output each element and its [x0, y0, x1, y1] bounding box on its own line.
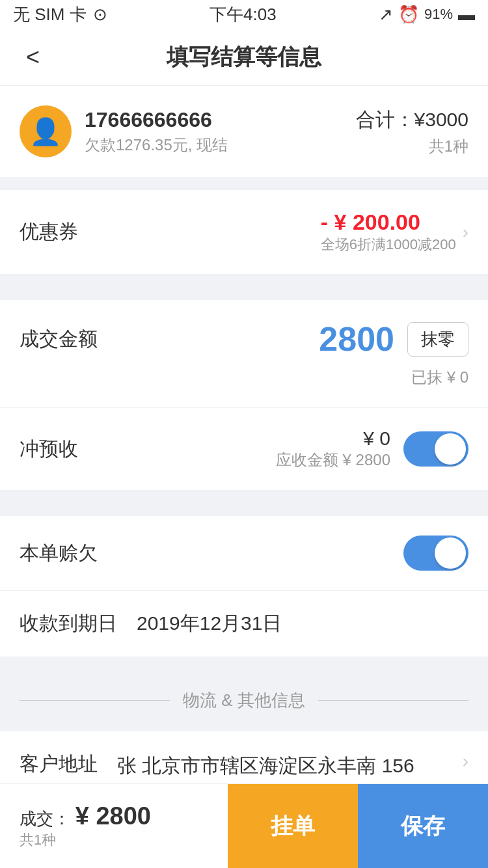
coupon-chevron-icon: › [463, 222, 468, 243]
bottom-deal-label: 成交： [20, 809, 70, 828]
toggle-knob [435, 433, 466, 465]
coupon-info: - ¥ 200.00 全场6折满1000减200 [321, 210, 456, 254]
address-chevron-icon: › [463, 751, 468, 772]
divider-line-left [20, 700, 170, 701]
back-button[interactable]: < [20, 37, 46, 77]
bottom-summary: 成交： ¥ 2800 共1种 [0, 802, 228, 850]
divider-line-right [318, 700, 468, 701]
bottom-deal-amount: ¥ 2800 [75, 802, 151, 830]
status-time: 下午4:03 [210, 3, 277, 26]
deal-right: 2800 抹零 [319, 319, 468, 359]
debit-row: 本单赊欠 [20, 536, 468, 571]
prepay-right: ¥ 0 应收金额 ¥ 2800 [276, 427, 468, 470]
prepay-amount: ¥ 0 [276, 427, 390, 450]
coupon-desc: 全场6折满1000减200 [321, 235, 456, 254]
save-button[interactable]: 保存 [358, 784, 488, 869]
divider-text: 物流 & 其他信息 [183, 689, 305, 712]
hold-button[interactable]: 挂单 [228, 784, 358, 869]
prepay-amount-block: ¥ 0 应收金额 ¥ 2800 [276, 427, 390, 470]
logistics-divider: 物流 & 其他信息 [0, 670, 488, 731]
user-row: 👤 17666666666 欠款1276.35元, 现结 合计：¥3000 共1… [20, 105, 468, 157]
due-date-value: 2019年12月31日 [137, 610, 282, 637]
user-left: 👤 17666666666 欠款1276.35元, 现结 [20, 105, 228, 157]
due-date-label: 收款到期日 [20, 610, 117, 637]
gray-divider-1 [0, 287, 488, 300]
coupon-row[interactable]: 优惠券 - ¥ 200.00 全场6折满1000减200 › [0, 190, 488, 274]
debit-label: 本单赊欠 [20, 540, 98, 567]
bottom-deal-count: 共1种 [20, 830, 208, 850]
bottom-bar: 成交： ¥ 2800 共1种 挂单 保存 [0, 783, 488, 868]
deal-label: 成交金额 [20, 326, 98, 353]
debit-toggle[interactable] [403, 536, 468, 571]
status-right: ↗ ⏰ 91% ▬ [379, 5, 475, 25]
deal-sub-text: 已抹 ¥ 0 [411, 368, 468, 386]
coupon-amount: - ¥ 200.00 [321, 210, 456, 235]
avatar: 👤 [20, 105, 72, 157]
deal-amount-value: 2800 [319, 319, 394, 359]
wifi-icon: ⊙ [93, 5, 107, 25]
deal-sub-row: 已抹 ¥ 0 [20, 366, 468, 388]
prepay-row: 冲预收 ¥ 0 应收金额 ¥ 2800 [20, 427, 468, 470]
coupon-right: - ¥ 200.00 全场6折满1000减200 › [321, 210, 468, 254]
address-label: 客户地址 [20, 751, 98, 778]
deal-amount-section: 成交金额 2800 抹零 已抹 ¥ 0 [0, 300, 488, 407]
location-icon: ↗ [379, 5, 393, 25]
alarm-icon: ⏰ [398, 5, 419, 25]
total-amount: 合计：¥3000 [356, 107, 468, 133]
due-date-section: 收款到期日 2019年12月31日 [0, 590, 488, 657]
user-right: 合计：¥3000 共1种 [356, 107, 468, 157]
round-zero-button[interactable]: 抹零 [407, 322, 468, 357]
due-row: 收款到期日 2019年12月31日 [20, 610, 468, 637]
total-count: 共1种 [356, 136, 468, 157]
user-info: 17666666666 欠款1276.35元, 现结 [85, 108, 228, 156]
battery-text: 91% [424, 6, 453, 23]
page-title: 填写结算等信息 [167, 42, 321, 72]
nav-bar: < 填写结算等信息 [0, 29, 488, 86]
carrier-text: 无 SIM 卡 [13, 3, 87, 26]
deal-row: 成交金额 2800 抹零 [20, 319, 468, 359]
bottom-deal-row: 成交： ¥ 2800 [20, 802, 208, 830]
coupon-label: 优惠券 [20, 219, 78, 245]
content: 👤 17666666666 欠款1276.35元, 现结 合计：¥3000 共1… [0, 86, 488, 868]
prepay-toggle[interactable] [403, 431, 468, 467]
battery-icon: ▬ [458, 5, 475, 25]
gray-divider-2 [0, 490, 488, 503]
user-info-card: 👤 17666666666 欠款1276.35元, 现结 合计：¥3000 共1… [0, 86, 488, 177]
status-left: 无 SIM 卡 ⊙ [13, 3, 107, 26]
user-phone: 17666666666 [85, 108, 228, 132]
prepay-label: 冲预收 [20, 436, 78, 463]
user-sub: 欠款1276.35元, 现结 [85, 135, 228, 156]
status-bar: 无 SIM 卡 ⊙ 下午4:03 ↗ ⏰ 91% ▬ [0, 0, 488, 29]
debit-section: 本单赊欠 [0, 516, 488, 590]
avatar-icon: 👤 [29, 116, 62, 147]
prepay-sub: 应收金额 ¥ 2800 [276, 450, 390, 470]
prepay-section: 冲预收 ¥ 0 应收金额 ¥ 2800 [0, 407, 488, 490]
debit-toggle-knob [435, 537, 466, 569]
